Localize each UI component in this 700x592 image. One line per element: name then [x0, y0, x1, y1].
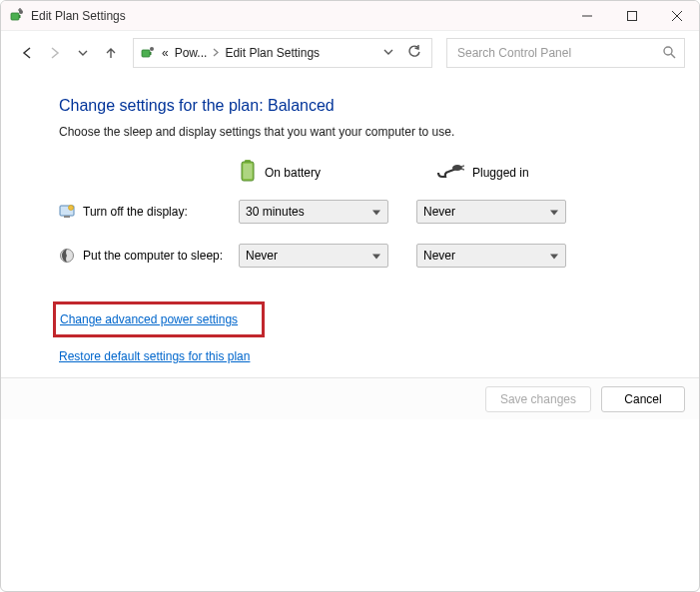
links-section: Change advanced power settings Restore d…	[59, 301, 649, 363]
breadcrumb-parent[interactable]: Pow...	[175, 46, 208, 60]
minimize-button[interactable]	[564, 1, 609, 30]
window-title: Edit Plan Settings	[31, 9, 126, 23]
address-bar[interactable]: « Pow... Edit Plan Settings	[133, 38, 432, 68]
sleep-row: Put the computer to sleep: Never Never	[59, 244, 649, 268]
svg-rect-14	[244, 164, 253, 179]
svg-line-16	[461, 166, 464, 167]
display-off-plugged-select[interactable]: Never	[416, 200, 566, 224]
navigation-bar: « Pow... Edit Plan Settings	[1, 31, 699, 75]
display-icon	[59, 204, 75, 220]
svg-rect-7	[142, 50, 150, 57]
display-off-row: Turn off the display: 30 minutes Never	[59, 200, 649, 224]
restore-defaults-link[interactable]: Restore default settings for this plan	[59, 349, 250, 363]
battery-plug-icon	[9, 8, 25, 24]
svg-point-9	[150, 47, 154, 51]
highlight-box: Change advanced power settings	[53, 301, 265, 337]
svg-point-10	[664, 47, 672, 55]
svg-rect-0	[11, 13, 19, 20]
breadcrumb-current[interactable]: Edit Plan Settings	[225, 46, 320, 60]
back-button[interactable]	[15, 41, 39, 65]
save-button[interactable]: Save changes	[485, 386, 591, 412]
search-icon[interactable]	[662, 45, 676, 62]
sleep-label: Put the computer to sleep:	[83, 249, 223, 263]
battery-icon	[239, 159, 257, 186]
page-heading: Change settings for the plan: Balanced	[59, 97, 649, 115]
display-off-label: Turn off the display:	[83, 205, 188, 219]
svg-point-19	[69, 206, 74, 211]
chevron-right-icon	[213, 48, 219, 59]
svg-line-11	[671, 54, 675, 58]
cancel-button[interactable]: Cancel	[601, 386, 685, 412]
sleep-icon	[59, 248, 75, 264]
svg-rect-1	[19, 15, 21, 18]
window-controls	[564, 1, 699, 30]
search-input[interactable]	[455, 45, 656, 61]
history-dropdown-button[interactable]	[71, 41, 95, 65]
page-subtext: Choose the sleep and display settings th…	[59, 125, 649, 139]
advanced-settings-link[interactable]: Change advanced power settings	[60, 312, 238, 326]
plug-icon	[436, 163, 464, 182]
svg-point-2	[19, 10, 23, 14]
battery-plug-icon	[140, 45, 156, 61]
plugged-in-label: Plugged in	[472, 166, 529, 180]
plugged-in-header: Plugged in	[436, 163, 606, 182]
sleep-battery-select[interactable]: Never	[239, 244, 388, 268]
footer-bar: Save changes Cancel	[1, 377, 699, 419]
close-button[interactable]	[654, 1, 699, 30]
up-button[interactable]	[99, 41, 123, 65]
address-dropdown-button[interactable]	[379, 46, 397, 60]
forward-button[interactable]	[43, 41, 67, 65]
search-box[interactable]	[446, 38, 685, 68]
content-area: Change settings for the plan: Balanced C…	[1, 75, 699, 363]
title-bar: Edit Plan Settings	[1, 1, 699, 31]
svg-point-15	[452, 165, 462, 171]
on-battery-label: On battery	[265, 166, 321, 180]
svg-rect-20	[64, 216, 70, 218]
maximize-button[interactable]	[609, 1, 654, 30]
svg-rect-4	[627, 11, 636, 20]
display-off-battery-select[interactable]: 30 minutes	[239, 200, 388, 224]
on-battery-header: On battery	[239, 159, 408, 186]
column-headers: On battery Plugged in	[59, 159, 649, 186]
svg-line-17	[461, 169, 464, 170]
svg-rect-8	[150, 52, 152, 55]
breadcrumb-prefix: «	[162, 46, 169, 60]
sleep-plugged-select[interactable]: Never	[416, 244, 566, 268]
refresh-button[interactable]	[403, 45, 425, 62]
